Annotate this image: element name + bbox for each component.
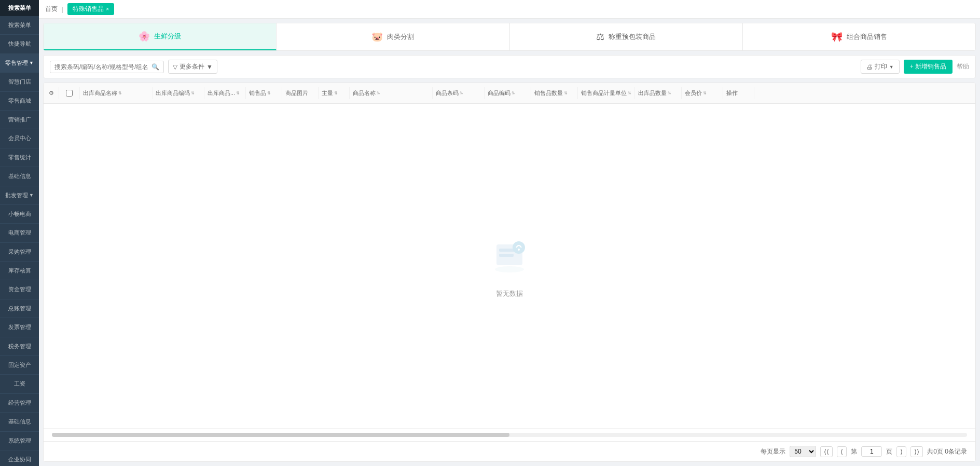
sidebar-item-tax[interactable]: 税务管理	[0, 337, 39, 356]
print-label: 打印	[875, 62, 887, 71]
svg-point-0	[495, 266, 524, 272]
th-sale-item[interactable]: 销售品 ⇅	[246, 87, 282, 99]
sidebar-item-company[interactable]: 企业协同	[0, 450, 39, 466]
topbar: 首页 | 特殊销售品 ×	[39, 0, 980, 19]
sort-icon: ⇅	[628, 91, 631, 95]
th-barcode[interactable]: 商品条码 ⇅	[433, 87, 485, 99]
content-area: 🌸 生鲜分级 🐷 肉类分割 ⚖ 称重预包装商品 🎀 组合商品销售 🔍	[39, 19, 980, 466]
empty-text: 暂无数据	[496, 289, 523, 298]
th-out-code[interactable]: 出库商品编码 ⇅	[153, 87, 204, 99]
toolbar-right: 🖨 打印 ▼ + 新增销售品 帮助	[861, 60, 969, 74]
th-prod-name[interactable]: 商品名称 ⇅	[350, 87, 433, 99]
sort-icon: ⇅	[564, 91, 568, 95]
toolbar: 🔍 ▽ 更多条件 ▼ 🖨 打印 ▼ + 新增销售品 帮助	[43, 55, 976, 78]
search-icon: 🔍	[151, 63, 159, 71]
scroll-x-area[interactable]	[44, 428, 975, 441]
th-action: 操作	[723, 87, 754, 99]
sort-icon: ⇅	[267, 91, 271, 95]
total-count: 共0页 0条记录	[927, 447, 967, 456]
sidebar-item-search[interactable]: 搜索菜单	[0, 16, 39, 35]
add-button-label: + 新增销售品	[910, 62, 946, 71]
scroll-x-bar[interactable]	[52, 433, 967, 437]
search-input[interactable]	[54, 63, 149, 71]
th-out-sku[interactable]: 出库商品... ⇅	[204, 87, 246, 99]
sidebar-item-smartstore[interactable]: 智慧门店	[0, 73, 39, 91]
combo-icon: 🎀	[831, 31, 843, 43]
next-page-button[interactable]: ⟩	[896, 446, 906, 457]
filter-icon: ▽	[173, 63, 177, 71]
sidebar-item-finance[interactable]: 资金管理	[0, 280, 39, 299]
help-button[interactable]: 帮助	[957, 62, 969, 71]
th-unit[interactable]: 销售商品计量单位 ⇅	[578, 87, 635, 99]
empty-icon	[489, 234, 530, 283]
sidebar-item-ledger[interactable]: 总账管理	[0, 299, 39, 318]
sort-icon: ⇅	[236, 91, 240, 95]
app-title: 搜索菜单	[8, 5, 31, 11]
wholesale-expand-icon: ▼	[29, 192, 34, 199]
th-check[interactable]	[59, 87, 80, 99]
sidebar-item-business[interactable]: 经营管理	[0, 394, 39, 413]
per-page-select[interactable]: 50 10 20 100	[790, 446, 816, 457]
sidebar-item-ecommerce[interactable]: 电商管理	[0, 224, 39, 242]
sidebar-item-minishop[interactable]: 小畅电商	[0, 205, 39, 224]
sidebar-item-marketing[interactable]: 营销推广	[0, 111, 39, 129]
add-button[interactable]: + 新增销售品	[904, 60, 953, 74]
sidebar-item-retail[interactable]: 零售管理 ▼	[0, 54, 39, 73]
tab-fresh[interactable]: 🌸 生鲜分级	[44, 23, 277, 50]
filter-button[interactable]: ▽ 更多条件 ▼	[168, 60, 217, 74]
tab-fresh-label: 生鲜分级	[154, 32, 181, 41]
app-logo: 搜索菜单	[0, 0, 39, 16]
sidebar-item-member[interactable]: 会员中心	[0, 129, 39, 148]
th-out-name[interactable]: 出库商品名称 ⇅	[80, 87, 153, 99]
page-input[interactable]	[861, 446, 882, 457]
sidebar: 搜索菜单 搜索菜单 快捷导航 零售管理 ▼ 智慧门店 零售商城 营销推广 会员中…	[0, 0, 39, 466]
sort-icon: ⇅	[512, 91, 515, 95]
search-box[interactable]: 🔍	[50, 61, 164, 73]
active-tab-tag[interactable]: 特殊销售品 ×	[67, 3, 114, 15]
close-tab-icon[interactable]: ×	[106, 6, 109, 12]
sidebar-item-invoice[interactable]: 发票管理	[0, 318, 39, 337]
tab-weighpack[interactable]: ⚖ 称重预包装商品	[510, 23, 743, 50]
sidebar-item-quicknav[interactable]: 快捷导航	[0, 35, 39, 53]
main-area: 首页 | 特殊销售品 × 🌸 生鲜分级 🐷 肉类分割 ⚖ 称重预包装商品 🎀	[39, 0, 980, 466]
th-sale-qty[interactable]: 销售品数量 ⇅	[531, 87, 578, 99]
print-button[interactable]: 🖨 打印 ▼	[861, 60, 900, 74]
print-arrow-icon: ▼	[889, 64, 894, 70]
table-header: ⚙ 出库商品名称 ⇅ 出库商品编码 ⇅ 出库商品... ⇅	[44, 83, 975, 104]
sidebar-item-retailmall[interactable]: 零售商城	[0, 92, 39, 111]
sort-icon: ⇅	[334, 91, 338, 95]
prev-page-button[interactable]: ⟨	[837, 446, 847, 457]
sort-icon: ⇅	[460, 91, 463, 95]
retail-expand-icon: ▼	[29, 60, 34, 66]
sidebar-item-basicinfo2[interactable]: 基础信息	[0, 413, 39, 431]
th-img: 商品图片	[282, 87, 319, 99]
sidebar-item-basicinfo[interactable]: 基础信息	[0, 167, 39, 186]
meat-icon: 🐷	[371, 31, 383, 43]
last-page-icon: ⟩⟩	[914, 448, 919, 456]
svg-point-5	[518, 249, 520, 251]
tab-cards: 🌸 生鲜分级 🐷 肉类分割 ⚖ 称重预包装商品 🎀 组合商品销售	[43, 23, 976, 51]
th-weight[interactable]: 主量 ⇅	[319, 87, 350, 99]
sidebar-item-system[interactable]: 系统管理	[0, 432, 39, 450]
sidebar-item-wage[interactable]: 工资	[0, 375, 39, 393]
table-area: ⚙ 出库商品名称 ⇅ 出库商品编码 ⇅ 出库商品... ⇅	[43, 83, 976, 462]
scroll-x-thumb[interactable]	[52, 433, 509, 437]
home-breadcrumb[interactable]: 首页	[45, 5, 58, 13]
sidebar-item-purchase[interactable]: 采购管理	[0, 243, 39, 262]
sidebar-item-fixedasset[interactable]: 固定资产	[0, 356, 39, 375]
tab-combo[interactable]: 🎀 组合商品销售	[743, 23, 975, 50]
th-out-qty[interactable]: 出库品数量 ⇅	[635, 87, 682, 99]
th-setting[interactable]: ⚙	[44, 87, 59, 99]
sidebar-item-inventory[interactable]: 库存核算	[0, 262, 39, 280]
active-tab-label: 特殊销售品	[73, 5, 104, 13]
first-page-button[interactable]: ⟨⟨	[820, 446, 833, 457]
th-prod-code[interactable]: 商品编码 ⇅	[485, 87, 531, 99]
select-all-checkbox[interactable]	[66, 90, 73, 97]
tab-meat[interactable]: 🐷 肉类分割	[277, 23, 509, 50]
th-member-price[interactable]: 会员价 ⇅	[682, 87, 723, 99]
sort-icon: ⇅	[703, 91, 707, 95]
svg-point-4	[513, 241, 525, 254]
last-page-button[interactable]: ⟩⟩	[910, 446, 923, 457]
sidebar-item-wholesale[interactable]: 批发管理 ▼	[0, 186, 39, 205]
sidebar-item-retailstats[interactable]: 零售统计	[0, 148, 39, 167]
